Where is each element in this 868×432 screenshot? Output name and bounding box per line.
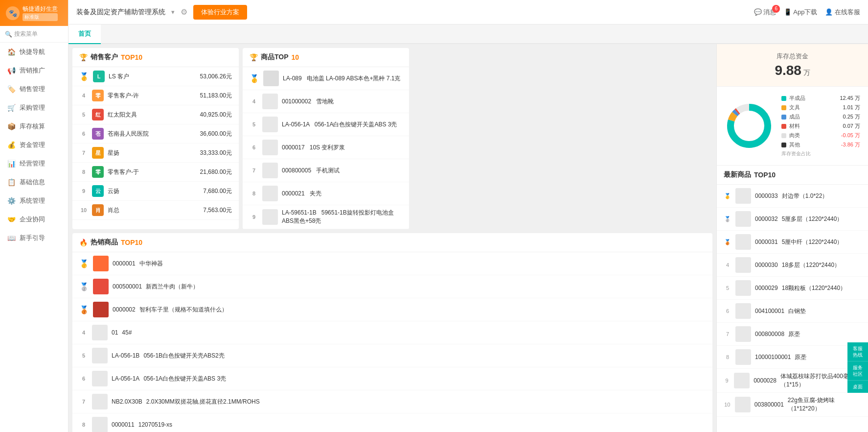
product-code: LA-056-1B xyxy=(112,352,139,359)
rank-item: 10 肖 肖总 7,563.00元 xyxy=(72,201,239,220)
new-product-item: 9 0000028 体城荔枝味苏打饮品400毫升（1*15） xyxy=(717,369,868,393)
product-code: 0000028 xyxy=(754,377,777,384)
sidebar-item-system[interactable]: ⚙️ 系统管理 xyxy=(0,192,68,210)
rank-number: 7 xyxy=(79,397,88,406)
product-code: 01 xyxy=(112,329,118,336)
product-name: 原垄 xyxy=(788,330,800,338)
product-image xyxy=(735,397,751,412)
legend-color xyxy=(781,96,786,101)
sidebar-item-label: 销售管理 xyxy=(20,85,45,94)
inventory-label: 库存总资金 xyxy=(725,52,860,61)
content-main: 🏆 销售客户 TOP10 🥇 L LS 客户 53,006.26元 4 xyxy=(69,44,716,432)
topbar-dropdown-icon[interactable]: ▾ xyxy=(171,8,175,16)
service-label: 在线客服 xyxy=(835,8,860,16)
legend-item: 材料 0.07 万 xyxy=(781,122,860,130)
float-service-button[interactable]: 客服热线 xyxy=(847,342,868,361)
product-info: LA-59651-1B 59651-1B旋转投影灯电池盒ABS黑色+58壳 xyxy=(282,209,402,225)
legend-name: 文具 xyxy=(789,104,840,111)
phone-icon: 📱 xyxy=(784,8,792,16)
rank-number: 8 xyxy=(79,168,88,176)
inventory-total-section: 库存总资金 9.88 万 xyxy=(717,44,868,87)
product-info: 0000021 夹壳 xyxy=(282,190,402,198)
app-download-button[interactable]: 📱 App下载 xyxy=(784,8,817,17)
inventory-amount-row: 9.88 万 xyxy=(725,63,860,78)
sidebar-search-btn[interactable]: 🔍 搜索菜单 xyxy=(5,30,63,38)
purchase-icon: 🛒 xyxy=(7,103,16,112)
logo-title: 畅捷通好生意 xyxy=(23,5,58,13)
float-community-button[interactable]: 服务社区 xyxy=(847,361,868,381)
new-products-list: 🥇 0000033 封边带（1.0*22） 🥈 0000032 5厘多层（122… xyxy=(717,185,868,417)
sidebar-item-operations[interactable]: 📊 经营管理 xyxy=(0,154,68,173)
customer-name: 星扬 xyxy=(108,149,196,157)
rank-number: 6 xyxy=(79,129,88,138)
sidebar-item-quicknav[interactable]: 🏠 快捷导航 xyxy=(0,43,68,61)
legend-name: 肉类 xyxy=(789,132,838,139)
sidebar-search-area[interactable]: 🔍 搜索菜单 xyxy=(0,26,68,43)
system-icon: ⚙️ xyxy=(7,196,16,205)
topbar-title: 装备及固定资产辅助管理系统 xyxy=(76,8,165,17)
sidebar-item-label: 新手引导 xyxy=(20,234,45,242)
new-top10-badge: TOP10 xyxy=(754,171,776,179)
customer-amount: 51,183.00元 xyxy=(200,92,232,100)
chart-legend: 半成品 12.45 万 文具 1.01 万 成品 0.25 万 xyxy=(781,95,860,157)
rank-number: 7 xyxy=(79,148,88,157)
product-image xyxy=(262,163,278,178)
sidebar-item-inventory[interactable]: 📦 库存核算 xyxy=(0,117,68,136)
sidebar-item-purchase[interactable]: 🛒 采购管理 xyxy=(0,98,68,117)
message-button[interactable]: 💬 消息 6 xyxy=(754,8,777,17)
product-image xyxy=(735,211,751,227)
sidebar-item-label: 企业协同 xyxy=(20,215,45,224)
float-desk-button[interactable]: 桌面 xyxy=(847,381,868,393)
sales-rank-title: 销售客户 xyxy=(91,53,118,62)
rank-number: 9 xyxy=(79,187,88,195)
sidebar-item-finance[interactable]: 💰 资金管理 xyxy=(0,136,68,154)
product-info: 001000002 雪地靴 xyxy=(282,97,402,106)
rank-item: 5 红 红太阳文具 40,925.00元 xyxy=(72,105,239,124)
product-image xyxy=(93,256,109,271)
customer-name: 零售客户-于 xyxy=(108,168,196,176)
sidebar-item-guide[interactable]: 📖 新手引导 xyxy=(0,229,68,247)
product-code: 003800001 xyxy=(754,401,784,408)
sidebar-item-sales[interactable]: 🏷️ 销售管理 xyxy=(0,80,68,98)
search-label: 搜索菜单 xyxy=(14,30,38,38)
customer-amount: 7,563.00元 xyxy=(203,206,232,215)
customer-name: LS 客户 xyxy=(109,72,196,81)
float-buttons: 客服热线 服务社区 桌面 xyxy=(847,342,868,393)
service-button[interactable]: 👤 在线客服 xyxy=(825,8,860,17)
topbar: 装备及固定资产辅助管理系统 ▾ ⚙ 体验行业方案 💬 消息 6 📱 App下载 … xyxy=(69,0,868,24)
finance-icon: 💰 xyxy=(7,141,16,149)
customer-name: 云扬 xyxy=(108,187,199,195)
sidebar-item-marketing[interactable]: 📢 营销推广 xyxy=(0,61,68,80)
sidebar-item-label: 营销推广 xyxy=(20,66,45,75)
medal-icon: 🥈 xyxy=(79,282,89,291)
service-icon: 👤 xyxy=(825,8,833,16)
hot-products-list: 🥇 0000001 中华神器 🥈 000500001 新西兰牛肉（新牛） xyxy=(72,252,712,432)
product-code: 004100001 xyxy=(755,308,784,314)
sidebar-item-cooperation[interactable]: 🤝 企业协同 xyxy=(0,210,68,229)
legend-value: 12.45 万 xyxy=(840,95,860,102)
hot-products-section: 🔥 热销商品 TOP10 🥇 0000001 中华神器 🥈 xyxy=(69,233,716,432)
product-code: 0000031 xyxy=(755,239,778,245)
topbar-settings-icon[interactable]: ⚙ xyxy=(181,7,187,17)
sidebar-item-basic[interactable]: 📋 基础信息 xyxy=(0,173,68,192)
rank-number: 10 xyxy=(724,402,731,408)
customer-avatar: 零 xyxy=(92,166,104,178)
hot-product-item: 7 NB2.0X30B 2.0X30MM双搓花轴,搓花直径2.1MM/ROHS xyxy=(72,390,712,413)
product-name: 22g鱼豆腐-烧烤味（1*12*20） xyxy=(788,396,861,413)
sidebar-item-label: 基础信息 xyxy=(20,178,45,187)
rank-item: 7 星 星扬 33,333.00元 xyxy=(72,144,239,163)
tab-home[interactable]: 首页 xyxy=(69,24,101,44)
rank-number: 6 xyxy=(724,308,731,314)
product-code: 0000001 xyxy=(113,260,136,267)
new-product-item: 🥇 0000033 封边带（1.0*22） xyxy=(717,185,868,208)
customer-avatar: 苍 xyxy=(92,128,104,140)
product-name: 18颗粒板（1220*2440） xyxy=(782,284,846,292)
product-top10-badge: 10 xyxy=(292,53,299,61)
inventory-amount: 9.88 xyxy=(775,63,801,78)
trial-button[interactable]: 体验行业方案 xyxy=(193,5,247,20)
customer-amount: 40,925.00元 xyxy=(200,111,232,119)
product-name: 中华神器 xyxy=(139,260,163,268)
legend-name: 材料 xyxy=(789,122,840,130)
product-code: 0000032 xyxy=(755,216,778,222)
product-image xyxy=(262,209,278,225)
